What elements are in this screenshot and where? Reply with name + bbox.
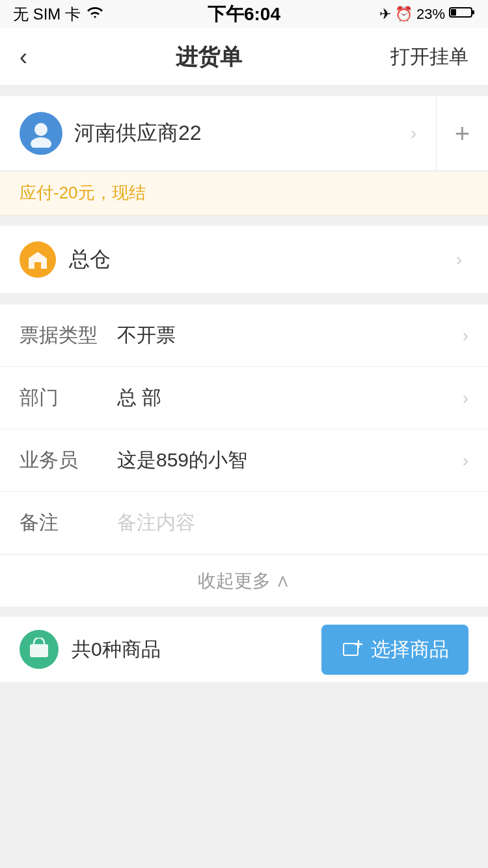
notice-text: 应付-20元，现结	[20, 183, 146, 202]
content-area	[0, 682, 488, 868]
department-chevron-icon: ›	[463, 388, 468, 409]
svg-rect-2	[451, 9, 456, 16]
invoice-type-chevron-icon: ›	[463, 325, 468, 346]
warehouse-chevron-icon: ›	[456, 249, 462, 270]
invoice-type-label: 票据类型	[20, 322, 104, 349]
collapse-button[interactable]: 收起更多 ∧	[0, 554, 488, 606]
form-section: 票据类型 不开票 › 部门 总 部 › 业务员 这是859的小智 › 备注 备注…	[0, 305, 488, 606]
battery-icon	[449, 6, 475, 23]
salesperson-row[interactable]: 业务员 这是859的小智 ›	[0, 429, 488, 492]
add-supplier-button[interactable]: +	[436, 96, 488, 170]
section-gap-2	[0, 215, 488, 226]
invoice-type-value: 不开票	[104, 322, 463, 349]
supplier-name: 河南供应商22	[74, 119, 399, 148]
salesperson-value: 这是859的小智	[104, 447, 463, 474]
carrier-label: 无 SIM 卡	[13, 4, 81, 25]
status-right: ✈︎ ⏰ 23%	[379, 6, 475, 23]
alarm-icon: ⏰	[395, 6, 413, 23]
supplier-selector[interactable]: 河南供应商22 ›	[0, 96, 436, 170]
note-label: 备注	[20, 509, 104, 536]
supplier-chevron-icon: ›	[411, 123, 416, 144]
wifi-icon	[86, 5, 104, 23]
supplier-avatar	[20, 112, 62, 155]
warehouse-selector[interactable]: 总仓 ›	[0, 226, 488, 294]
svg-rect-6	[30, 644, 48, 657]
salesperson-chevron-icon: ›	[463, 450, 468, 471]
department-label: 部门	[20, 385, 104, 411]
salesperson-label: 业务员	[20, 447, 104, 474]
invoice-type-row[interactable]: 票据类型 不开票 ›	[0, 305, 488, 367]
department-row[interactable]: 部门 总 部 ›	[0, 367, 488, 429]
select-product-button[interactable]: 选择商品	[321, 625, 468, 675]
svg-rect-5	[34, 262, 41, 269]
product-bar: 共0种商品 选择商品	[0, 617, 488, 682]
status-time: 下午6:04	[208, 2, 280, 27]
svg-rect-7	[344, 644, 358, 655]
select-product-label: 选择商品	[371, 636, 449, 663]
svg-rect-1	[472, 10, 474, 14]
warehouse-name: 总仓	[69, 245, 443, 274]
nav-bar: ‹ 进货单 打开挂单	[0, 29, 488, 86]
product-icon	[20, 630, 59, 669]
notice-bar: 应付-20元，现结	[0, 171, 488, 215]
location-icon: ✈︎	[379, 6, 391, 23]
note-value: 备注内容	[104, 509, 468, 536]
open-pending-button[interactable]: 打开挂单	[390, 44, 468, 70]
plus-icon: +	[455, 119, 470, 148]
product-count-label: 共0种商品	[72, 636, 308, 663]
collapse-label: 收起更多 ∧	[198, 569, 291, 593]
supplier-section: 河南供应商22 › +	[0, 96, 488, 171]
battery-label: 23%	[416, 6, 445, 23]
section-gap-1	[0, 86, 488, 96]
svg-point-3	[34, 123, 47, 136]
warehouse-icon	[20, 241, 56, 278]
status-left: 无 SIM 卡	[13, 4, 104, 25]
status-bar: 无 SIM 卡 下午6:04 ✈︎ ⏰ 23%	[0, 0, 488, 29]
note-row[interactable]: 备注 备注内容	[0, 492, 488, 554]
page-title: 进货单	[176, 42, 242, 72]
svg-point-4	[31, 137, 51, 148]
back-button[interactable]: ‹	[20, 44, 27, 71]
department-value: 总 部	[104, 385, 463, 411]
